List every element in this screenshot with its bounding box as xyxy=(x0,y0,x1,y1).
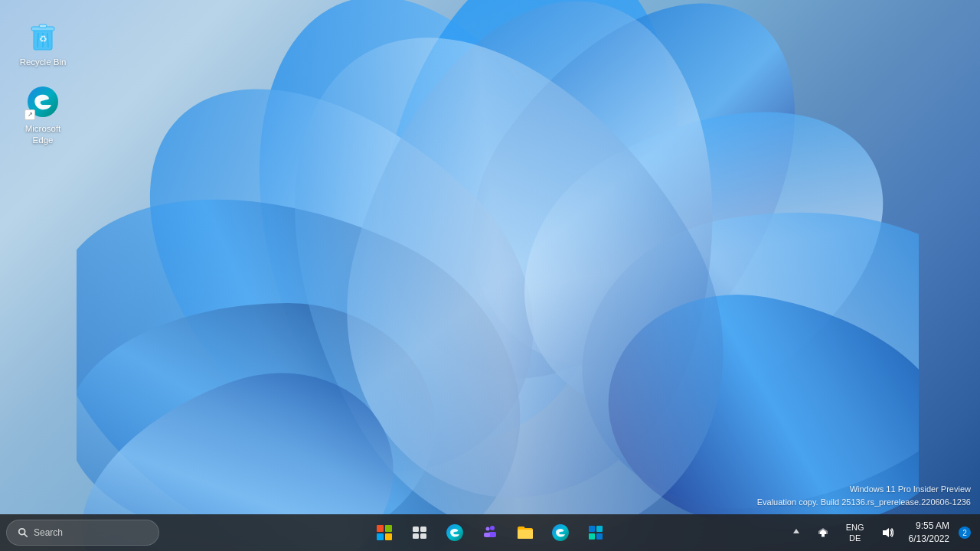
svg-rect-18 xyxy=(484,533,490,537)
edge-taskbar-icon-2 xyxy=(551,523,570,542)
svg-text:♻: ♻ xyxy=(39,34,47,44)
recycle-bin-icon[interactable]: ♻ Recycle Bin xyxy=(12,12,74,73)
svg-line-9 xyxy=(24,534,28,537)
svg-rect-22 xyxy=(596,526,603,532)
svg-rect-2 xyxy=(39,24,47,28)
windows-logo-icon xyxy=(377,525,392,540)
windows-watermark: Windows 11 Pro Insider Preview Evaluatio… xyxy=(757,483,971,508)
svg-rect-10 xyxy=(413,527,419,532)
volume-button[interactable] xyxy=(875,523,900,542)
notification-count: 2 xyxy=(962,529,967,537)
recycle-bin-image: ♻ xyxy=(24,17,61,54)
show-hidden-icons-button[interactable] xyxy=(786,524,806,541)
win-logo-green xyxy=(385,525,392,532)
svg-rect-19 xyxy=(518,530,533,539)
network-button[interactable] xyxy=(811,523,835,542)
clock-date: 6/13/2022 xyxy=(909,533,949,546)
win-logo-red xyxy=(377,525,384,532)
microsoft-edge-icon[interactable]: ↗ Microsoft Edge xyxy=(12,79,74,151)
edge-taskbar-icon xyxy=(446,523,464,542)
svg-rect-12 xyxy=(413,533,419,539)
file-explorer-button[interactable] xyxy=(508,516,542,549)
svg-rect-24 xyxy=(596,533,603,540)
svg-rect-13 xyxy=(420,533,426,539)
clock-time: 9:55 AM xyxy=(916,520,949,533)
recycle-bin-svg: ♻ xyxy=(26,18,60,52)
svg-marker-25 xyxy=(793,529,799,533)
svg-point-15 xyxy=(490,526,495,530)
watermark-line1: Windows 11 Pro Insider Preview xyxy=(757,483,971,496)
store-icon xyxy=(586,523,605,542)
svg-point-20 xyxy=(552,524,569,541)
wallpaper xyxy=(77,0,919,551)
edge-label: Microsoft Edge xyxy=(17,123,69,146)
win-logo-blue xyxy=(377,533,384,540)
volume-icon xyxy=(881,527,893,539)
network-icon xyxy=(817,527,829,539)
svg-point-14 xyxy=(446,524,463,541)
chevron-up-icon xyxy=(792,527,800,538)
language-selector-button[interactable]: ENG DE xyxy=(840,516,871,549)
search-button[interactable]: Search xyxy=(6,520,159,546)
system-tray: ENG DE 9:55 AM 6/13/2022 2 xyxy=(786,516,980,549)
task-view-button[interactable] xyxy=(403,516,436,549)
recycle-bin-label: Recycle Bin xyxy=(20,57,67,68)
desktop: ♻ Recycle Bin xyxy=(0,0,980,551)
svg-rect-23 xyxy=(589,533,595,540)
svg-point-16 xyxy=(486,527,490,531)
clock-button[interactable]: 9:55 AM 6/13/2022 xyxy=(904,518,954,547)
task-view-icon xyxy=(411,524,428,541)
taskbar: Search xyxy=(0,514,980,551)
start-button[interactable] xyxy=(368,516,401,549)
store-button[interactable] xyxy=(579,516,612,549)
edge-taskbar-button-2[interactable] xyxy=(544,516,577,549)
search-label: Search xyxy=(34,527,63,538)
svg-marker-26 xyxy=(883,528,889,537)
file-explorer-icon xyxy=(516,523,534,542)
win-logo-yellow xyxy=(385,533,392,540)
svg-rect-11 xyxy=(420,527,426,532)
search-icon xyxy=(18,527,28,538)
shortcut-arrow-icon: ↗ xyxy=(24,109,35,120)
teams-icon xyxy=(481,523,499,542)
svg-line-5 xyxy=(47,33,48,47)
watermark-line2: Evaluation copy. Build 25136.rs_prerelea… xyxy=(757,496,971,509)
language-line2: DE xyxy=(849,533,861,543)
edge-image: ↗ xyxy=(24,83,61,120)
language-line1: ENG xyxy=(846,522,864,533)
svg-rect-21 xyxy=(589,526,595,532)
taskbar-center xyxy=(368,516,612,549)
notification-button[interactable]: 2 xyxy=(959,527,971,539)
edge-taskbar-button[interactable] xyxy=(438,516,472,549)
teams-button[interactable] xyxy=(473,516,507,549)
desktop-icons-area: ♻ Recycle Bin xyxy=(0,0,86,163)
